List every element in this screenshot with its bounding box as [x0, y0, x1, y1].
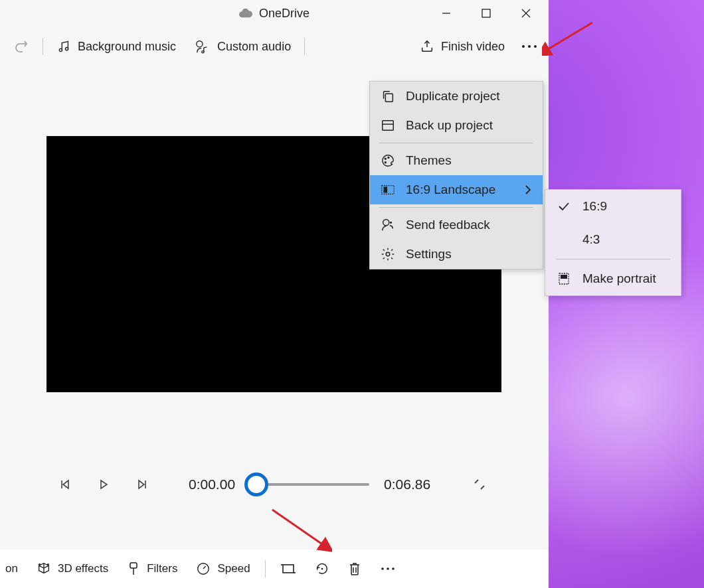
backup-icon [381, 118, 395, 133]
svg-point-41 [386, 252, 390, 256]
bottom-more-button[interactable] [372, 562, 404, 575]
menu-item-label: Send feedback [406, 218, 490, 232]
next-frame-button[interactable] [130, 473, 154, 496]
menu-item-label: Back up project [406, 118, 493, 133]
svg-rect-37 [382, 186, 394, 194]
more-options-button[interactable] [514, 39, 545, 54]
more-options-menu: Duplicate project Back up project Themes… [369, 81, 543, 269]
background-music-label: Background music [78, 40, 176, 54]
svg-point-16 [47, 564, 48, 565]
seek-thumb[interactable] [244, 473, 268, 496]
background-music-button[interactable]: Background music [47, 35, 185, 58]
menu-item-label: Duplicate project [406, 89, 500, 104]
submenu-label: 16:9 [582, 199, 607, 214]
menu-themes[interactable]: Themes [370, 146, 543, 175]
menu-item-label: 16:9 Landscape [406, 183, 495, 197]
onedrive-cloud-icon [239, 9, 252, 18]
current-time: 0:00.00 [189, 477, 235, 492]
truncated-label: on [5, 562, 18, 575]
export-icon [420, 39, 434, 54]
svg-point-9 [528, 45, 531, 48]
previous-frame-button[interactable] [53, 473, 77, 496]
menu-item-label: Themes [406, 153, 452, 168]
custom-audio-icon [195, 39, 211, 54]
custom-audio-button[interactable]: Custom audio [185, 35, 300, 58]
bottom-toolbar: on 3D effects Filters Speed [0, 550, 549, 588]
rotate-icon [315, 561, 329, 576]
svg-rect-38 [384, 186, 388, 192]
filters-icon [127, 561, 140, 576]
chevron-right-icon [524, 184, 532, 195]
filters-label: Filters [147, 562, 177, 575]
svg-point-4 [59, 48, 62, 51]
playback-controls: 0:00.00 0:06.86 [53, 465, 491, 504]
play-button[interactable] [92, 473, 116, 496]
svg-line-47 [272, 510, 324, 546]
svg-point-8 [522, 45, 525, 48]
svg-marker-13 [101, 480, 107, 488]
truncated-button[interactable]: on [4, 558, 26, 579]
custom-audio-label: Custom audio [217, 40, 291, 54]
separator [304, 38, 305, 55]
menu-send-feedback[interactable]: Send feedback [370, 210, 543, 240]
menu-backup-project[interactable]: Back up project [370, 111, 543, 140]
svg-point-7 [202, 51, 204, 53]
finish-video-button[interactable]: Finish video [410, 35, 514, 58]
crop-button[interactable] [272, 558, 304, 579]
submenu-16-9[interactable]: 16:9 [545, 190, 681, 223]
svg-point-6 [197, 41, 203, 47]
duplicate-icon [381, 89, 395, 104]
svg-point-36 [385, 162, 386, 163]
menu-separator [379, 207, 533, 208]
separator [265, 560, 266, 577]
submenu-label: Make portrait [582, 271, 656, 286]
close-button[interactable] [506, 0, 546, 27]
submenu-separator [556, 259, 670, 259]
ellipsis-icon [521, 43, 538, 50]
crop-icon [280, 562, 296, 575]
svg-point-10 [534, 45, 537, 48]
3d-effects-icon [37, 561, 51, 576]
svg-point-35 [388, 157, 389, 159]
minimize-button[interactable] [426, 0, 466, 27]
window-title-area: OneDrive [239, 7, 309, 21]
submenu-label: 4:3 [582, 232, 600, 247]
svg-line-21 [203, 566, 206, 569]
svg-marker-12 [63, 480, 68, 488]
annotation-arrow-top [542, 19, 595, 56]
submenu-make-portrait[interactable]: Make portrait [545, 262, 681, 295]
svg-point-5 [65, 48, 68, 50]
rotate-button[interactable] [307, 557, 337, 580]
menu-duplicate-project[interactable]: Duplicate project [370, 82, 543, 111]
feedback-icon [381, 218, 395, 232]
menu-aspect-ratio[interactable]: 16:9 Landscape [370, 175, 543, 204]
annotation-arrow-bottom [266, 506, 332, 552]
svg-rect-32 [383, 121, 394, 131]
svg-point-17 [39, 564, 41, 565]
svg-point-39 [383, 220, 389, 226]
submenu-4-3[interactable]: 4:3 [545, 223, 681, 256]
speed-icon [196, 561, 211, 576]
svg-rect-22 [283, 565, 294, 573]
filters-button[interactable]: Filters [119, 557, 185, 580]
svg-point-30 [392, 567, 395, 570]
redo-button[interactable] [4, 35, 39, 58]
svg-rect-18 [130, 563, 137, 568]
3d-effects-label: 3D effects [58, 562, 108, 575]
svg-point-28 [381, 567, 384, 570]
svg-marker-14 [139, 480, 144, 488]
finish-video-label: Finish video [441, 40, 505, 54]
fullscreen-button[interactable] [468, 473, 491, 496]
portrait-icon [557, 272, 571, 285]
speed-button[interactable]: Speed [188, 557, 258, 580]
3d-effects-button[interactable]: 3D effects [29, 557, 116, 580]
delete-button[interactable] [340, 557, 369, 580]
svg-point-34 [385, 158, 386, 159]
menu-settings[interactable]: Settings [370, 240, 543, 269]
aspect-ratio-submenu: 16:9 4:3 Make portrait [545, 189, 681, 296]
seek-bar[interactable] [250, 477, 369, 492]
maximize-button[interactable] [466, 0, 506, 27]
svg-line-45 [546, 23, 592, 50]
svg-rect-43 [561, 275, 567, 279]
top-toolbar: Background music Custom audio Finish vid… [0, 27, 549, 66]
